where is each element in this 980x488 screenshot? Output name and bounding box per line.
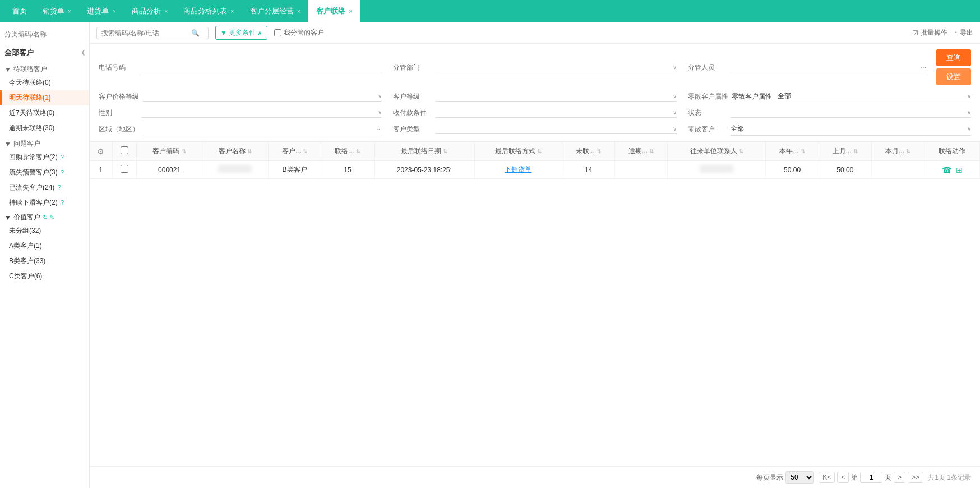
query-button[interactable]: 查询 xyxy=(936,49,971,66)
search-wrap: 🔍 xyxy=(96,27,209,39)
blurred-name xyxy=(218,165,252,173)
nav-sales-order[interactable]: 销货单 × xyxy=(35,0,79,22)
th-action: 联络动作 xyxy=(924,142,980,161)
nav-product-analysis-list[interactable]: 商品分析列表 × xyxy=(175,0,242,22)
sidebar-item-churn-warning[interactable]: 流失预警客户(3) ? xyxy=(0,165,89,180)
customer-level-select[interactable]: ∨ xyxy=(436,91,676,102)
last-contact-method-link[interactable]: 下销货单 xyxy=(505,165,531,173)
settings-icon[interactable]: ⚙ xyxy=(97,147,104,156)
th-settings[interactable]: ⚙ xyxy=(90,142,112,161)
close-icon[interactable]: × xyxy=(297,8,301,15)
sidebar-problem-group: ▼ 问题客户 xyxy=(0,136,89,150)
th-this-year[interactable]: 本年... ⇅ xyxy=(766,142,819,161)
th-overdue[interactable]: 逾期... ⇅ xyxy=(615,142,668,161)
edit-icon[interactable]: ✎ xyxy=(49,214,54,221)
my-customers-checkbox[interactable] xyxy=(274,29,281,36)
close-icon[interactable]: × xyxy=(164,8,168,15)
sidebar-search-input[interactable] xyxy=(4,30,89,38)
th-checkbox[interactable] xyxy=(112,142,137,161)
nav-purchase-order[interactable]: 进货单 × xyxy=(79,0,123,22)
sidebar-item-overdue-pending[interactable]: 逾期未联络(30) xyxy=(0,121,89,136)
nav-product-analysis[interactable]: 商品分析 × xyxy=(124,0,175,22)
sort-icon: ⇅ xyxy=(247,148,252,154)
page-input[interactable] xyxy=(860,472,882,483)
search-input[interactable] xyxy=(101,29,191,37)
person-select-dots[interactable]: ··· xyxy=(921,63,926,71)
price-level-select[interactable]: ∨ xyxy=(142,91,382,102)
td-contacts: 15 xyxy=(321,161,374,179)
th-type[interactable]: 客户... ⇅ xyxy=(268,142,321,161)
td-checkbox[interactable] xyxy=(112,161,137,179)
row-checkbox[interactable] xyxy=(121,165,128,173)
retail-attr-select[interactable]: 全部 ∨ xyxy=(778,90,971,103)
sidebar-all-customers[interactable]: 全部客户 《 xyxy=(4,45,85,60)
nav-customer-contact[interactable]: 客户联络 × xyxy=(308,0,360,22)
settings-button[interactable]: 设置 xyxy=(936,68,971,85)
select-all-checkbox[interactable] xyxy=(121,146,128,154)
sidebar-item-churned[interactable]: 已流失客户(24) ? xyxy=(0,180,89,195)
help-icon: ? xyxy=(61,199,64,206)
close-icon[interactable]: × xyxy=(68,8,71,15)
my-customers-checkbox-wrap[interactable]: 我分管的客户 xyxy=(274,28,324,38)
prev-page-button[interactable]: < xyxy=(837,472,849,483)
th-contacts[interactable]: 联络... ⇅ xyxy=(321,142,374,161)
sidebar-item-abnormal-repurchase[interactable]: 回购异常客户(2) ? xyxy=(0,150,89,165)
close-icon[interactable]: × xyxy=(230,8,234,15)
sidebar-item-class-a[interactable]: A类客户(1) xyxy=(0,238,89,254)
customer-type-select[interactable]: ∨ xyxy=(436,124,676,134)
nav-home[interactable]: 首页 xyxy=(4,0,35,22)
th-last-contact-method[interactable]: 最后联络方式 ⇅ xyxy=(475,142,562,161)
th-name[interactable]: 客户名称 ⇅ xyxy=(202,142,269,161)
sidebar-value-group: ▼ 价值客户 ↻ ✎ xyxy=(0,210,89,223)
blurred-contact-person xyxy=(700,165,733,173)
sort-icon: ⇅ xyxy=(801,148,805,154)
area-select-dots[interactable]: ··· xyxy=(376,125,382,133)
more-conditions-button[interactable]: ▼ 更多条件 ∧ xyxy=(215,26,267,40)
pagination: 每页显示 50 100 200 K< < 第 页 > >> 共1页 1条记录 xyxy=(90,466,980,488)
th-contact-person[interactable]: 往来单位联系人 ⇅ xyxy=(668,142,766,161)
phone-input[interactable] xyxy=(141,62,382,73)
close-icon[interactable]: × xyxy=(112,8,115,15)
gender-select[interactable]: ∨ xyxy=(141,108,382,118)
sort-icon: ⇅ xyxy=(356,148,360,154)
status-select[interactable]: ∨ xyxy=(731,108,971,118)
collapse-icon: 《 xyxy=(78,49,85,57)
close-icon[interactable]: × xyxy=(349,8,352,15)
search-button-icon[interactable]: 🔍 xyxy=(191,29,200,37)
first-page-button[interactable]: K< xyxy=(819,472,835,483)
last-page-button[interactable]: >> xyxy=(908,472,923,483)
next-page-button[interactable]: > xyxy=(894,472,905,483)
sidebar-item-class-c[interactable]: C类客户(6) xyxy=(0,269,89,284)
sidebar-all-section: 全部客户 《 xyxy=(0,42,89,61)
th-unlinkd[interactable]: 未联... ⇅ xyxy=(562,142,614,161)
export-button[interactable]: ↑ 导出 xyxy=(954,28,973,38)
th-this-month[interactable]: 本月... ⇅ xyxy=(872,142,924,161)
dept-select[interactable]: ∨ xyxy=(436,62,676,72)
sidebar-item-today-pending[interactable]: 今天待联络(0) xyxy=(0,75,89,90)
chevron-up-icon: ∧ xyxy=(257,29,262,37)
td-last-contact-method[interactable]: 下销货单 xyxy=(475,161,562,179)
th-last-contact-date[interactable]: 最后联络日期 ⇅ xyxy=(374,142,475,161)
payment-select[interactable]: ∨ xyxy=(436,108,676,118)
refresh-icon[interactable]: ↻ xyxy=(43,214,48,221)
chevron-down-icon: ∨ xyxy=(378,93,382,99)
sidebar-item-tomorrow-pending[interactable]: 明天待联络(1) xyxy=(0,90,89,105)
grid-action-icon[interactable]: ⊞ xyxy=(956,165,963,174)
sidebar-item-week-pending[interactable]: 近7天待联络(0) xyxy=(0,105,89,121)
phone-action-icon[interactable]: ☎ xyxy=(942,165,951,174)
sort-icon: ⇅ xyxy=(853,148,858,154)
sort-icon: ⇅ xyxy=(597,148,601,154)
th-last-month[interactable]: 上月... ⇅ xyxy=(819,142,871,161)
batch-operation-button[interactable]: ☑ 批量操作 xyxy=(912,28,947,38)
sidebar-item-class-b[interactable]: B类客户(33) xyxy=(0,254,89,269)
nav-customer-segmentation[interactable]: 客户分层经营 × xyxy=(242,0,308,22)
th-code[interactable]: 客户编码 ⇅ xyxy=(137,142,202,161)
retail-customer-select[interactable]: 全部 ∨ xyxy=(731,122,971,136)
per-page-select[interactable]: 50 100 200 xyxy=(785,471,814,484)
filter-customer-level-row: 客户等级 ∨ xyxy=(393,90,676,103)
chevron-down-icon: ∨ xyxy=(673,93,677,99)
sidebar-item-ungrouped[interactable]: 未分组(32) xyxy=(0,223,89,238)
sidebar-item-declining[interactable]: 持续下滑客户(2) ? xyxy=(0,195,89,210)
td-name xyxy=(202,161,269,179)
filter-dept-row: 分管部门 ∨ xyxy=(393,49,676,85)
